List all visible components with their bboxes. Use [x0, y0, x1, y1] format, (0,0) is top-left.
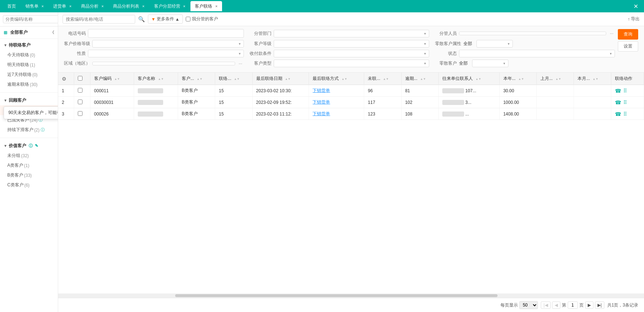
- col-unloved[interactable]: 未联... ▲▼: [364, 73, 401, 85]
- select-all-checkbox[interactable]: [78, 76, 82, 81]
- col-overdue[interactable]: 逾期... ▲▼: [401, 73, 438, 85]
- more-action-icon[interactable]: ⠿: [623, 88, 627, 94]
- col-contact-person[interactable]: 往来单位联系人 ▲▼: [438, 73, 499, 85]
- export-btn[interactable]: ↑ 导出: [628, 16, 640, 22]
- filter-payment-select[interactable]: ▾: [274, 50, 430, 57]
- sidebar-group-header-pending[interactable]: ▼ 待联络客户: [0, 40, 58, 50]
- top-search-input[interactable]: [63, 15, 135, 24]
- tab-customer-contact[interactable]: 客户联络 ×: [190, 1, 222, 11]
- sidebar-item-b-class[interactable]: B类客户 (33): [0, 170, 58, 180]
- sort-icon-type[interactable]: ▲▼: [197, 77, 202, 81]
- sidebar-group-header-value[interactable]: ▼ 价值客户 ⓘ ✎: [0, 141, 58, 151]
- sort-icon-last-date[interactable]: ▲▼: [285, 77, 291, 81]
- filter-zero-attr-select[interactable]: ▾: [476, 40, 513, 48]
- sidebar-group-header-review[interactable]: ▼ 回顾客户: [0, 96, 58, 105]
- query-button[interactable]: 查询: [618, 29, 638, 40]
- my-customers-checkbox[interactable]: 我分管的客户: [186, 16, 218, 22]
- sort-icon-contact[interactable]: ▲▼: [234, 77, 240, 81]
- tab-close-customer-tier[interactable]: ×: [183, 4, 185, 8]
- column-settings-btn[interactable]: ⚙: [62, 76, 67, 82]
- tab-close-customer-contact[interactable]: ×: [215, 4, 217, 8]
- contact-action-icon[interactable]: ☎: [615, 100, 621, 105]
- filter-zero-customer-select[interactable]: ▾: [472, 60, 508, 67]
- filter-person-dots[interactable]: ···: [608, 31, 615, 36]
- first-page-btn[interactable]: |◀: [541, 301, 550, 309]
- window-close-btn[interactable]: ✕: [631, 3, 641, 10]
- col-name[interactable]: 客户名称 ▲▼: [134, 73, 178, 85]
- filter-price-level-select[interactable]: ▾: [92, 40, 244, 48]
- cell-last-method[interactable]: 下销货单: [309, 108, 364, 120]
- more-action-icon[interactable]: ⠿: [623, 111, 627, 117]
- more-conditions-btn[interactable]: ▼ 更多条件 ▲: [148, 15, 183, 24]
- sort-icon-contact-person[interactable]: ▲▼: [475, 77, 481, 81]
- sidebar-item-c-class[interactable]: C类客户 (6): [0, 180, 58, 190]
- filter-phone-input[interactable]: [88, 29, 244, 38]
- prev-page-btn[interactable]: ◀: [552, 301, 560, 309]
- collapse-icon[interactable]: 《: [50, 30, 54, 35]
- sort-icon-code[interactable]: ▲▼: [114, 77, 120, 81]
- current-page-input[interactable]: 1: [568, 301, 578, 309]
- col-this-year[interactable]: 本年... ▲▼: [499, 73, 536, 85]
- next-page-btn[interactable]: ▶: [585, 301, 593, 309]
- last-page-btn[interactable]: ▶|: [595, 301, 604, 309]
- sidebar-search-input[interactable]: [3, 15, 58, 23]
- tab-sales[interactable]: 销售单 ×: [21, 1, 48, 11]
- col-code[interactable]: 客户编码 ▲▼: [90, 73, 134, 85]
- sidebar-item-ungroup[interactable]: 未分组 (32): [0, 151, 58, 161]
- sort-icon-this-year[interactable]: ▲▼: [518, 77, 524, 81]
- filter-nature-select[interactable]: ▾: [88, 50, 244, 57]
- filter-customer-type-select[interactable]: ▾: [274, 60, 430, 67]
- tab-product-list[interactable]: 商品分析列表 ×: [109, 1, 149, 11]
- sort-icon-last-method[interactable]: ▲▼: [342, 77, 347, 81]
- sort-icon-this-month[interactable]: ▲▼: [593, 77, 599, 81]
- cell-checkbox[interactable]: [74, 108, 90, 120]
- info-icon-declining[interactable]: ⓘ: [41, 127, 45, 133]
- settings-button[interactable]: 设置: [618, 41, 638, 52]
- col-contact-count[interactable]: 联络... ▲▼: [215, 73, 252, 85]
- tab-close-sales[interactable]: ×: [41, 4, 44, 8]
- filter-customer-level-select[interactable]: ▾: [274, 40, 430, 48]
- sidebar-item-7day-contact[interactable]: 近7天待联络 (0): [0, 70, 58, 80]
- col-last-month[interactable]: 上月... ▲▼: [536, 73, 573, 85]
- sidebar-item-tomorrow-contact[interactable]: 明天待联络 (1): [0, 60, 58, 70]
- cell-checkbox[interactable]: [74, 97, 90, 108]
- tab-close-product-analysis[interactable]: ×: [101, 4, 104, 8]
- info-icon-value[interactable]: ⓘ: [29, 143, 33, 149]
- tab-home[interactable]: 首页: [3, 1, 20, 11]
- sidebar-item-declining[interactable]: 持续下滑客户 (2) ⓘ: [0, 125, 58, 135]
- sidebar-all-customers[interactable]: ⊞ 全部客户 《: [0, 27, 58, 39]
- filter-dept-select[interactable]: ▾: [274, 30, 430, 37]
- edit-icon-value[interactable]: ✎: [35, 143, 38, 148]
- col-last-method[interactable]: 最后联络方式 ▲▼: [309, 73, 364, 85]
- tab-purchase[interactable]: 进货单 ×: [49, 1, 76, 11]
- tab-customer-tier[interactable]: 客户分层经营 ×: [150, 1, 190, 11]
- more-action-icon[interactable]: ⠿: [623, 100, 627, 105]
- sidebar-item-today-contact[interactable]: 今天待联络 (0): [0, 50, 58, 60]
- cell-checkbox[interactable]: [74, 85, 90, 97]
- sidebar-item-overdue-contact[interactable]: 逾期未联络 (30): [0, 80, 58, 89]
- sidebar-item-a-class[interactable]: A类客户 (1): [0, 161, 58, 170]
- col-last-date[interactable]: 最后联络日期 ▲▼: [252, 73, 309, 85]
- sort-icon-last-month[interactable]: ▲▼: [555, 77, 561, 81]
- sort-icon-unloved[interactable]: ▲▼: [383, 77, 389, 81]
- sort-icon-overdue[interactable]: ▲▼: [420, 77, 426, 81]
- contact-action-icon[interactable]: ☎: [615, 111, 621, 117]
- contact-action-icon[interactable]: ☎: [615, 88, 621, 94]
- horizontal-scrollbar[interactable]: [58, 293, 644, 298]
- col-type[interactable]: 客户... ▲▼: [178, 73, 215, 85]
- cell-last-method[interactable]: 下销货单: [309, 85, 364, 97]
- tab-close-product-list[interactable]: ×: [142, 4, 144, 8]
- tab-product-analysis[interactable]: 商品分析 ×: [77, 1, 108, 11]
- scrollbar-thumb[interactable]: [175, 294, 498, 297]
- filter-status-select[interactable]: ▾: [459, 50, 615, 57]
- tab-close-purchase[interactable]: ×: [69, 4, 71, 8]
- per-page-select-input[interactable]: 50 100 200: [519, 301, 538, 309]
- cell-last-method[interactable]: 下销货单: [309, 97, 364, 108]
- col-this-month[interactable]: 本月... ▲▼: [574, 73, 611, 85]
- my-customers-check-input[interactable]: [186, 17, 190, 21]
- filter-person-select[interactable]: [459, 32, 606, 35]
- sort-icon-name[interactable]: ▲▼: [158, 77, 164, 81]
- top-search-icon[interactable]: 🔍: [138, 16, 145, 23]
- filter-region-input[interactable]: [92, 62, 235, 65]
- filter-region-dots[interactable]: ···: [237, 61, 244, 66]
